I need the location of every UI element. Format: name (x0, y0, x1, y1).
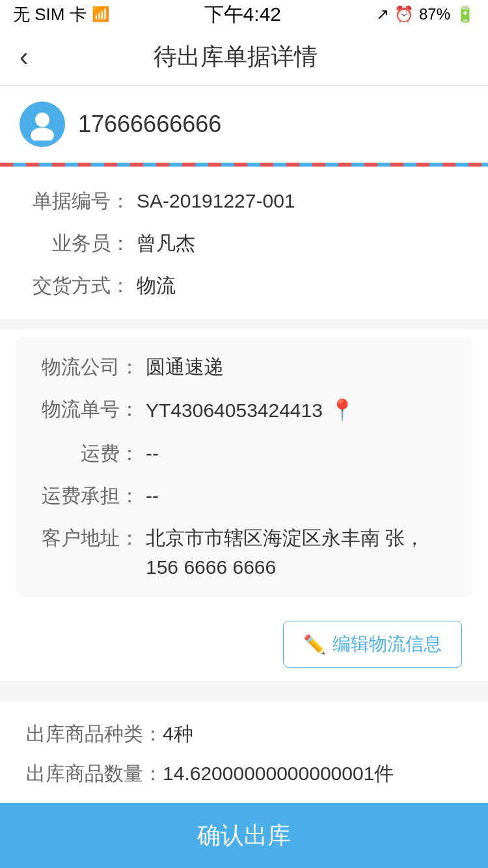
sales-person-label: 业务员： (26, 228, 130, 258)
sales-person-value: 曾凡杰 (130, 228, 462, 258)
battery-icon: 🔋 (455, 5, 475, 23)
svg-point-0 (35, 113, 49, 127)
logistics-tracking-row: 物流单号： YT43064053424413 📍 (35, 394, 453, 426)
logistics-address-value: 北京市市辖区海淀区永丰南 张，156 6666 6666 (139, 523, 453, 582)
document-no-value: SA-20191227-001 (130, 186, 462, 215)
edit-icon: ✏️ (303, 634, 326, 655)
product-type-label: 出库商品种类： (26, 721, 163, 748)
logistics-box: 物流公司： 圆通速递 物流单号： YT43064053424413 📍 运费： … (16, 336, 472, 597)
carrier-text: 无 SIM 卡 (13, 3, 87, 26)
logistics-freight-bearer-label: 运费承担： (35, 481, 139, 510)
nav-bar: ‹ 待出库单据详情 (0, 29, 488, 86)
section-divider (0, 691, 488, 701)
logistics-address-label: 客户地址： (35, 523, 139, 552)
document-no-label: 单据编号： (26, 186, 130, 215)
edit-logistics-button[interactable]: ✏️ 编辑物流信息 (283, 621, 462, 668)
logistics-tracking-label: 物流单号： (35, 394, 139, 424)
product-quantity-row: 出库商品数量： 14.62000000000000001件 (26, 761, 462, 787)
alarm-icon: ⏰ (394, 5, 414, 23)
user-phone: 17666666666 (78, 111, 221, 138)
logistics-freight-bearer-value: -- (139, 481, 453, 510)
product-section: 出库商品种类： 4种 出库商品数量： 14.62000000000000001件 (0, 701, 488, 807)
logistics-freight-bearer-row: 运费承担： -- (35, 481, 453, 510)
back-button[interactable]: ‹ (20, 42, 28, 72)
status-right: ↗ ⏰ 87% 🔋 (376, 5, 475, 23)
product-quantity-label: 出库商品数量： (26, 761, 163, 787)
avatar-icon (26, 108, 59, 141)
tracking-number: YT43064053424413 (146, 396, 323, 425)
status-bar: 无 SIM 卡 📶 下午4:42 ↗ ⏰ 87% 🔋 (0, 0, 488, 29)
logistics-company-value: 圆通速递 (139, 352, 453, 381)
logistics-freight-value: -- (139, 439, 453, 468)
delivery-method-row: 交货方式： 物流 (26, 271, 462, 300)
location-pin-icon[interactable]: 📍 (329, 394, 355, 426)
delivery-method-value: 物流 (130, 271, 462, 300)
delivery-method-label: 交货方式： (26, 271, 130, 300)
status-left: 无 SIM 卡 📶 (13, 3, 109, 26)
product-type-value: 4种 (163, 721, 193, 748)
order-info-section: 单据编号： SA-20191227-001 业务员： 曾凡杰 交货方式： 物流 (0, 167, 488, 319)
product-quantity-value: 14.62000000000000001件 (163, 761, 394, 787)
battery-text: 87% (419, 5, 450, 23)
logistics-freight-row: 运费： -- (35, 439, 453, 468)
logistics-company-label: 物流公司： (35, 352, 139, 381)
user-header: 17666666666 (0, 86, 488, 163)
logistics-freight-label: 运费： (35, 439, 139, 468)
avatar (20, 102, 65, 147)
location-icon: ↗ (376, 5, 389, 23)
status-time: 下午4:42 (204, 1, 281, 28)
logistics-address-row: 客户地址： 北京市市辖区海淀区永丰南 张，156 6666 6666 (35, 523, 453, 582)
svg-point-1 (31, 128, 54, 141)
edit-btn-label: 编辑物流信息 (332, 632, 442, 657)
logistics-tracking-value: YT43064053424413 📍 (139, 394, 453, 426)
logistics-company-row: 物流公司： 圆通速递 (35, 352, 453, 381)
product-type-row: 出库商品种类： 4种 (26, 721, 462, 748)
edit-btn-row: ✏️ 编辑物流信息 (0, 608, 488, 681)
confirm-button[interactable]: 确认出库 (0, 803, 488, 868)
page-title: 待出库单据详情 (41, 41, 429, 73)
confirm-btn-label: 确认出库 (197, 820, 291, 852)
document-no-row: 单据编号： SA-20191227-001 (26, 186, 462, 215)
sales-person-row: 业务员： 曾凡杰 (26, 228, 462, 258)
wifi-icon: 📶 (92, 6, 109, 23)
